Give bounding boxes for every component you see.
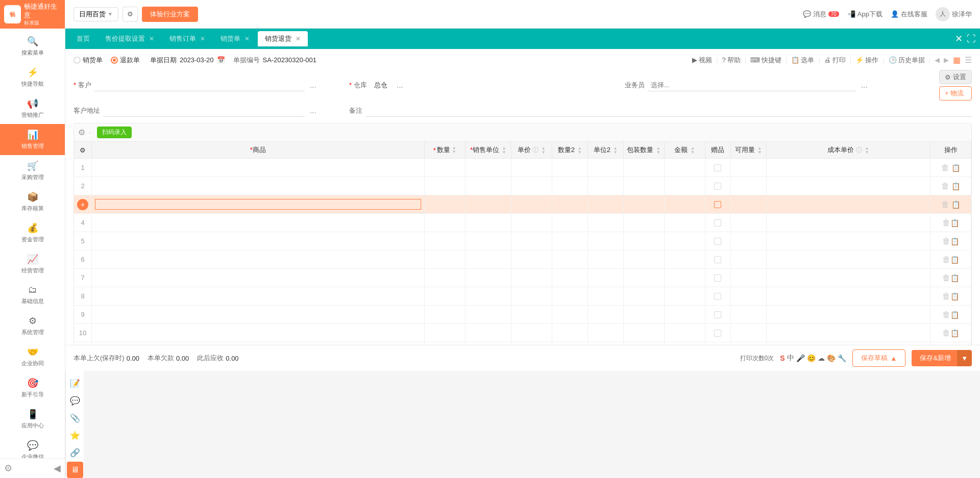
warehouse-more-btn[interactable]: ...	[395, 81, 405, 90]
tab-home[interactable]: 首页	[69, 31, 97, 46]
sidebar-item-marketing[interactable]: 📢 营销推广	[0, 93, 65, 124]
help-link[interactable]: ? 帮助	[722, 56, 740, 65]
notes-input[interactable]	[365, 105, 972, 117]
save-new-dropdown-button[interactable]: ▼	[957, 350, 972, 366]
setup-button[interactable]: ⚙ 设置	[939, 70, 972, 84]
product-input-3[interactable]	[95, 199, 421, 210]
tab-close-delivery[interactable]: ✕	[244, 35, 250, 42]
sidebar-item-search[interactable]: 🔍 搜索菜单	[0, 31, 65, 62]
industry-select[interactable]: 日用百货 ▼	[74, 7, 118, 21]
tab-close-price[interactable]: ✕	[149, 35, 154, 42]
copy-7[interactable]: 📋	[950, 274, 959, 282]
sidebar-item-purchase[interactable]: 🛒 采购管理	[0, 155, 65, 186]
shortcut-link[interactable]: ⌨ 快捷键	[750, 56, 781, 65]
del-7[interactable]: 🗑	[942, 273, 950, 282]
gift-checkbox-4[interactable]	[714, 219, 721, 227]
right-panel-icon-3[interactable]: 📎	[67, 410, 83, 426]
sidebar-item-apps[interactable]: 📱 应用中心	[0, 404, 65, 435]
list-view-icon[interactable]: ☰	[965, 55, 972, 65]
gift-checkbox-5[interactable]	[714, 238, 721, 245]
scan-input-button[interactable]: 扫码录入	[97, 127, 132, 138]
sidebar-item-operations[interactable]: 📈 经营管理	[0, 248, 65, 280]
radio-return[interactable]: 退款单	[111, 56, 140, 65]
maximize-icon[interactable]: ⛶	[967, 34, 976, 44]
tab-close-return[interactable]: ✕	[296, 35, 301, 42]
message-button[interactable]: 💬 消息 70	[803, 10, 839, 19]
logistics-button[interactable]: + 物流	[939, 86, 972, 100]
cost-info-icon[interactable]: ⓘ	[856, 146, 862, 154]
sidebar-item-wechat[interactable]: 💬 企业微信	[0, 435, 65, 458]
copy-row-2-icon[interactable]: 📋	[951, 182, 960, 190]
topbar-settings-button[interactable]: ⚙	[122, 7, 138, 22]
gift-checkbox-6[interactable]	[714, 256, 721, 263]
next-doc-icon[interactable]: ▶	[944, 56, 949, 64]
copy-row-1-icon[interactable]: 📋	[951, 164, 960, 172]
sidebar-item-enterprise[interactable]: 🤝 企业协同	[0, 341, 65, 372]
tab-close-order[interactable]: ✕	[200, 35, 205, 42]
gift-checkbox-9[interactable]	[714, 311, 721, 318]
gift-checkbox-10[interactable]	[714, 330, 721, 337]
save-draft-button[interactable]: 保存草稿 ▲	[852, 349, 906, 367]
gift-checkbox-1[interactable]	[714, 164, 721, 171]
video-link[interactable]: ▶ 视频	[692, 56, 712, 65]
gift-checkbox-8[interactable]	[714, 293, 721, 300]
copy-10[interactable]: 📋	[950, 329, 959, 337]
del-8[interactable]: 🗑	[942, 292, 950, 300]
right-panel-icon-5[interactable]: 🔗	[67, 444, 83, 461]
experience-button[interactable]: 体验行业方案	[142, 7, 198, 22]
print-link[interactable]: 🖨 打印	[824, 56, 846, 65]
gift-checkbox-7[interactable]	[714, 274, 721, 282]
user-profile[interactable]: 人 徐泽华	[936, 7, 972, 21]
tab-sales-return[interactable]: 销货退货 ✕	[258, 31, 308, 46]
address-more-btn[interactable]: ...	[308, 106, 318, 115]
tab-price-setting[interactable]: 售价提取设置 ✕	[98, 31, 161, 46]
select-single-link[interactable]: 📋 选单	[791, 56, 814, 65]
prev-doc-icon[interactable]: ◀	[935, 56, 940, 64]
delete-row-2-icon[interactable]: 🗑	[941, 182, 949, 190]
right-panel-icon-2[interactable]: 💬	[67, 392, 83, 409]
operate-link[interactable]: ⚡ 操作	[855, 56, 878, 65]
copy-4[interactable]: 📋	[950, 219, 959, 227]
sidebar-item-guide[interactable]: 🎯 新手引导	[0, 372, 65, 404]
grid-view-icon[interactable]: ▦	[953, 55, 961, 65]
address-input[interactable]	[103, 105, 305, 117]
unit-price-info-icon[interactable]: ⓘ	[532, 146, 538, 154]
history-link[interactable]: 🕒 历史单据	[889, 56, 925, 65]
settings-col-icon[interactable]: ⚙	[78, 128, 85, 137]
delete-row-1-icon[interactable]: 🗑	[941, 163, 949, 172]
tab-sales-delivery[interactable]: 销货单 ✕	[213, 31, 257, 46]
settings-bottom-icon[interactable]: ⚙	[4, 463, 12, 474]
gift-checkbox-3[interactable]	[714, 201, 721, 208]
sidebar-item-finance[interactable]: 💰 资金管理	[0, 217, 65, 248]
sidebar-item-basics[interactable]: 🗂 基础信息	[0, 280, 65, 310]
del-4[interactable]: 🗑	[942, 218, 950, 227]
close-all-tabs-icon[interactable]: ✕	[955, 33, 963, 44]
del-5[interactable]: 🗑	[942, 237, 950, 245]
add-row-button[interactable]: +	[77, 199, 88, 210]
gift-checkbox-2[interactable]	[714, 183, 721, 190]
del-9[interactable]: 🗑	[942, 310, 950, 319]
copy-9[interactable]: 📋	[950, 311, 959, 319]
customer-input[interactable]	[94, 79, 305, 91]
copy-row-3-icon[interactable]: 📋	[951, 200, 960, 209]
right-panel-icon-1[interactable]: 📝	[67, 375, 83, 391]
sidebar-item-quicknav[interactable]: ⚡ 快捷导航	[0, 62, 65, 93]
tab-sales-order[interactable]: 销售订单 ✕	[162, 31, 212, 46]
copy-6[interactable]: 📋	[950, 256, 959, 264]
app-download-button[interactable]: 📲 App下载	[847, 10, 883, 19]
right-panel-icon-6[interactable]: 🖥	[67, 462, 83, 478]
del-10[interactable]: 🗑	[942, 329, 950, 337]
calendar-icon[interactable]: 📅	[217, 56, 225, 64]
sidebar-item-inventory[interactable]: 📦 库存核算	[0, 186, 65, 217]
online-service-button[interactable]: 👤 在线客服	[891, 10, 927, 19]
sidebar-item-system[interactable]: ⚙ 系统管理	[0, 310, 65, 341]
right-panel-icon-4[interactable]: ⭐	[67, 427, 83, 443]
radio-sales[interactable]: 销货单	[74, 56, 103, 65]
salesperson-input[interactable]	[648, 79, 856, 91]
copy-5[interactable]: 📋	[950, 237, 959, 245]
save-new-button[interactable]: 保存&新增	[912, 350, 959, 366]
del-6[interactable]: 🗑	[942, 255, 950, 264]
sidebar-item-sales[interactable]: 📊 销售管理	[0, 124, 65, 155]
salesperson-more-btn[interactable]: ...	[859, 81, 870, 90]
customer-more-btn[interactable]: ...	[308, 81, 318, 90]
